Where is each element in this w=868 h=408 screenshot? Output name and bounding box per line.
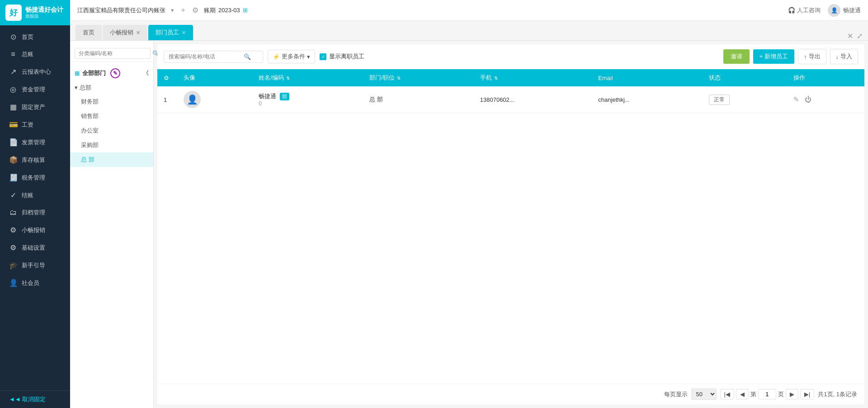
expense-icon: ⚙ bbox=[9, 226, 17, 234]
employee-search-box: 🔍 bbox=[164, 51, 263, 63]
show-resigned-checkbox[interactable]: ✓ bbox=[320, 53, 326, 60]
settings-icon: ⚙ bbox=[9, 243, 17, 252]
row-name-cell: 畅捷通 部 0 bbox=[252, 86, 363, 113]
employee-email: chanjethkj... bbox=[598, 96, 629, 103]
sidebar-item-home[interactable]: ⊙ 首页 bbox=[0, 28, 70, 46]
sidebar-item-salary[interactable]: 💳 工资 bbox=[0, 116, 70, 133]
total-info: 共1页, 1条记录 bbox=[818, 390, 857, 399]
dept-item-office[interactable]: 办公室 bbox=[70, 123, 153, 138]
sidebar-item-settings[interactable]: ⚙ 基础设置 bbox=[0, 239, 70, 256]
all-dept-header[interactable]: ⊞ 全部部门 ✎ 《 bbox=[70, 66, 153, 81]
company-dropdown-icon[interactable]: ▾ bbox=[171, 7, 174, 14]
tab-home[interactable]: 首页 bbox=[75, 25, 102, 40]
sidebar-item-ledger[interactable]: ≡ 总账 bbox=[0, 46, 70, 63]
col-status: 状态 bbox=[703, 69, 787, 86]
headset-icon: 🎧 bbox=[788, 7, 795, 14]
dept-collapse-icon[interactable]: 《 bbox=[143, 69, 149, 77]
row-email-cell: chanjethkj... bbox=[592, 86, 703, 113]
sort-name-icon: ⇅ bbox=[286, 76, 290, 81]
export-icon: ↑ bbox=[804, 53, 807, 60]
sidebar-item-closing[interactable]: ✓ 结账 bbox=[0, 186, 70, 204]
dept-search-input[interactable] bbox=[75, 48, 151, 59]
page-input[interactable] bbox=[758, 389, 776, 399]
sidebar-item-invoice[interactable]: 📄 发票管理 bbox=[0, 133, 70, 151]
tab-expense[interactable]: 小畅报销 ✕ bbox=[103, 25, 147, 40]
tab-department[interactable]: 部门员工 ✕ bbox=[148, 25, 193, 40]
sidebar-item-archive[interactable]: 🗂 归档管理 bbox=[0, 204, 70, 221]
col-dept[interactable]: 部门/职位 ⇅ bbox=[363, 69, 474, 86]
sidebar-item-label: 首页 bbox=[22, 33, 33, 41]
sidebar-item-reports[interactable]: ↗ 云报表中心 bbox=[0, 63, 70, 81]
topbar-settings-icon[interactable]: ⚙ bbox=[192, 6, 198, 14]
page-label-pre: 第 bbox=[750, 390, 756, 399]
tabbar: 首页 小畅报销 ✕ 部门员工 ✕ ✕ ⤢ bbox=[70, 21, 868, 41]
sidebar-item-label: 新手引导 bbox=[22, 261, 45, 270]
logo-icon: 好 bbox=[5, 5, 22, 21]
app-subtitle: 旗舰版 bbox=[25, 13, 63, 19]
employee-search-input[interactable] bbox=[169, 53, 241, 60]
sidebar-item-label: 结账 bbox=[22, 191, 33, 199]
page-nav: |◀ ◀ 第 页 ▶ ▶| bbox=[720, 389, 815, 399]
col-email: Email bbox=[592, 69, 703, 86]
sidebar-item-expense[interactable]: ⚙ 小畅报销 bbox=[0, 221, 70, 239]
sidebar-item-label: 税务管理 bbox=[22, 174, 45, 182]
gear-settings-icon[interactable]: ⚙ bbox=[164, 75, 169, 81]
tab-department-close[interactable]: ✕ bbox=[182, 30, 186, 36]
filter-btn[interactable]: ⚡ 更多条件 ▾ bbox=[268, 50, 315, 63]
filter-chevron-icon: ▾ bbox=[307, 53, 310, 60]
employee-panel: 🔍 ⚡ 更多条件 ▾ ✓ 显示离职员工 邀请 + 新增员工 bbox=[157, 44, 864, 404]
page-next-btn[interactable]: ▶ bbox=[786, 389, 798, 399]
page-first-btn[interactable]: |◀ bbox=[720, 389, 734, 399]
tab-close-all-icon[interactable]: ✕ bbox=[847, 32, 853, 40]
show-resigned-toggle[interactable]: ✓ 显示离职员工 bbox=[320, 52, 364, 61]
col-name[interactable]: 姓名/编码 ⇅ bbox=[252, 69, 363, 86]
dept-item-finance[interactable]: 财务部 bbox=[70, 95, 153, 109]
logo-text-block: 畅捷通好会计 旗舰版 bbox=[25, 6, 63, 20]
sidebar-item-inventory[interactable]: 📦 库存核算 bbox=[0, 151, 70, 169]
account-period: 账期 2023-03 ⊞ bbox=[204, 6, 248, 14]
employee-search-icon[interactable]: 🔍 bbox=[244, 53, 251, 60]
reports-icon: ↗ bbox=[9, 67, 17, 76]
add-company-icon[interactable]: ＋ bbox=[179, 5, 187, 15]
inventory-icon: 📦 bbox=[9, 156, 17, 164]
customer-service-btn[interactable]: 🎧 人工咨询 bbox=[788, 6, 821, 14]
sidebar-item-tax[interactable]: 🧾 税务管理 bbox=[0, 169, 70, 186]
employee-dept-badge: 部 bbox=[280, 93, 289, 100]
per-page-select[interactable]: 50 100 200 bbox=[691, 389, 717, 400]
status-badge: 正常 bbox=[709, 95, 730, 105]
export-button[interactable]: ↑ 导出 bbox=[798, 49, 826, 64]
period-label: 账期 bbox=[204, 6, 216, 14]
invoice-icon: 📄 bbox=[9, 138, 17, 147]
salary-icon: 💳 bbox=[9, 120, 17, 129]
import-icon: ↓ bbox=[836, 53, 839, 60]
add-employee-button[interactable]: + 新增员工 bbox=[753, 49, 794, 64]
tab-expand-icon[interactable]: ⤢ bbox=[857, 32, 863, 40]
sidebar-item-guide[interactable]: 🎓 新手引导 bbox=[0, 256, 70, 274]
employee-table: ⚙ 头像 姓名/编码 ⇅ 部门/职位 ⇅ 手机 ⇅ bbox=[157, 69, 864, 113]
calendar-icon[interactable]: ⊞ bbox=[243, 7, 248, 14]
dept-item-general[interactable]: 总 部 bbox=[70, 152, 153, 167]
import-label: 导入 bbox=[840, 52, 852, 61]
main-area: 江西服宝精品有限责任公司内账张 ▾ ＋ ⚙ 账期 2023-03 ⊞ 🎧 人工咨… bbox=[70, 0, 868, 408]
dept-item-procurement[interactable]: 采购部 bbox=[70, 138, 153, 152]
edit-icon[interactable]: ✎ bbox=[793, 95, 799, 104]
dept-edit-btn[interactable]: ✎ bbox=[110, 68, 120, 78]
tab-expense-label: 小畅报销 bbox=[110, 28, 133, 37]
col-phone[interactable]: 手机 ⇅ bbox=[474, 69, 592, 86]
unpin-label: ◄◄ 取消固定 bbox=[9, 395, 46, 403]
username-label: 畅捷通 bbox=[843, 6, 861, 14]
sidebar-item-member[interactable]: 👤 社会员 bbox=[0, 274, 70, 292]
user-info[interactable]: 👤 畅捷通 bbox=[828, 4, 861, 17]
dept-item-sales[interactable]: 销售部 bbox=[70, 109, 153, 123]
logout-icon[interactable]: ⏻ bbox=[805, 95, 811, 104]
import-button[interactable]: ↓ 导入 bbox=[830, 49, 859, 64]
tab-expense-close[interactable]: ✕ bbox=[136, 30, 140, 36]
sidebar-unpin[interactable]: ◄◄ 取消固定 bbox=[0, 390, 70, 408]
sidebar-item-funds[interactable]: ◎ 资金管理 bbox=[0, 81, 70, 98]
invite-button[interactable]: 邀请 bbox=[723, 49, 750, 64]
home-icon: ⊙ bbox=[9, 33, 17, 41]
page-prev-btn[interactable]: ◀ bbox=[736, 389, 749, 399]
sidebar-item-assets[interactable]: ▦ 固定资产 bbox=[0, 98, 70, 116]
page-last-btn[interactable]: ▶| bbox=[800, 389, 814, 399]
content-area: 🔍 ⊞ 全部部门 ✎ 《 ▾ 总部 财务部 销售部 办公室 采购部 总 部 bbox=[70, 41, 868, 408]
